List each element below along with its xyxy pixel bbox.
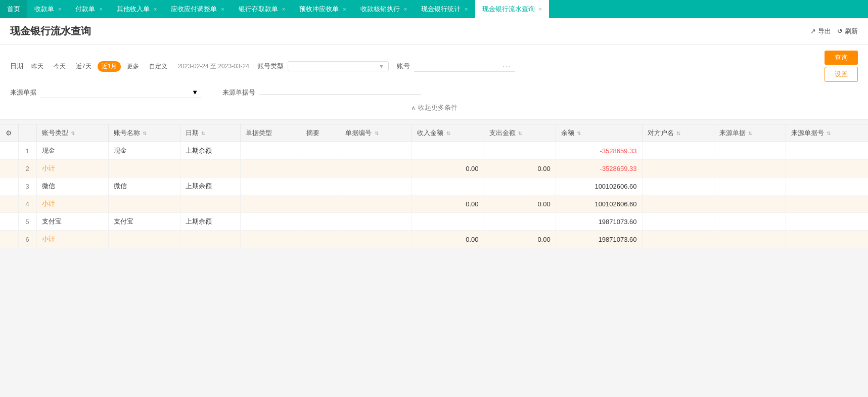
th-source-doc-label: 来源单据 <box>719 129 746 137</box>
th-source-doc-no-label: 来源单据号 <box>791 129 824 137</box>
source-doc-label: 来源单据 <box>10 88 36 97</box>
table-row[interactable]: 1现金现金上期余额-3528659.33 <box>0 142 868 160</box>
source-doc-select[interactable]: ▼ <box>40 87 202 98</box>
nav-cash-bank-flow[interactable]: 现金银行流水查询 × <box>475 0 549 18</box>
date-pill-more[interactable]: 更多 <box>123 61 143 72</box>
th-date[interactable]: 日期 ⇅ <box>180 124 241 142</box>
date-range: 2023-02-24 至 2023-03-24 <box>177 62 249 71</box>
nav-receivable-adjust[interactable]: 应收应付调整单 × <box>164 0 231 18</box>
sort-counterparty-icon[interactable]: ⇅ <box>676 130 680 136</box>
sort-balance-icon[interactable]: ⇅ <box>577 130 581 136</box>
settings-button[interactable]: 设置 <box>825 67 858 82</box>
close-other-income-icon[interactable]: × <box>154 0 157 18</box>
th-counterparty[interactable]: 对方户名 ⇅ <box>642 124 714 142</box>
th-settings[interactable]: ⚙ <box>0 124 18 142</box>
data-table: ⚙ 账号类型 ⇅ 账号名称 ⇅ 日期 ⇅ 单据类型 <box>0 124 868 248</box>
export-icon: ↗ <box>810 27 816 35</box>
page-title: 现金银行流水查询 <box>10 24 91 38</box>
date-label: 日期 <box>10 62 23 71</box>
collapse-bar[interactable]: ∧ 收起更多条件 <box>10 100 858 115</box>
sort-source-doc-no-icon[interactable]: ⇅ <box>827 130 831 136</box>
page-header: 现金银行流水查询 ↗ 导出 ↺ 刷新 <box>0 18 868 45</box>
account-group: 账号 ··· <box>397 61 515 72</box>
th-counterparty-label: 对方户名 <box>648 129 674 137</box>
filter-row-1: 日期 昨天 今天 近7天 近1月 更多 自定义 2023-02-24 至 202… <box>10 51 858 82</box>
th-summary: 摘要 <box>301 124 340 142</box>
sort-expense-icon[interactable]: ⇅ <box>518 130 522 136</box>
date-pill-custom[interactable]: 自定义 <box>145 61 171 72</box>
table-row[interactable]: 6小计0.000.0019871073.60 <box>0 231 868 248</box>
th-doc-type: 单据类型 <box>241 124 301 142</box>
th-account-name[interactable]: 账号名称 ⇅ <box>108 124 180 142</box>
th-income-label: 收入金额 <box>417 129 443 137</box>
query-button[interactable]: 查询 <box>825 51 858 65</box>
th-expense-label: 支出金额 <box>489 129 516 137</box>
th-income-amount[interactable]: 收入金额 ⇅ <box>412 124 484 142</box>
sort-income-icon[interactable]: ⇅ <box>446 130 450 136</box>
source-doc-no-label: 来源单据号 <box>222 88 255 97</box>
refresh-icon: ↺ <box>837 27 843 35</box>
th-balance[interactable]: 余额 ⇅ <box>556 124 642 142</box>
nav-advance-offset[interactable]: 预收冲应收单 × <box>292 0 353 18</box>
filter-row-2: 来源单据 ▼ 来源单据号 <box>10 87 858 98</box>
nav-cash-bank-stat[interactable]: 现金银行统计 × <box>414 0 475 18</box>
collapse-label: 收起更多条件 <box>418 103 458 112</box>
date-filter-group: 日期 昨天 今天 近7天 近1月 更多 自定义 2023-02-24 至 202… <box>10 61 249 72</box>
source-doc-no-input[interactable] <box>259 91 421 95</box>
close-collection-exec-icon[interactable]: × <box>404 0 407 18</box>
th-account-name-label: 账号名称 <box>114 129 140 137</box>
th-date-label: 日期 <box>186 129 199 137</box>
th-doc-no[interactable]: 单据编号 ⇅ <box>340 124 412 142</box>
table-row[interactable]: 5支付宝支付宝上期余额19871073.60 <box>0 213 868 231</box>
close-cash-bank-stat-icon[interactable]: × <box>465 0 468 18</box>
export-button[interactable]: ↗ 导出 <box>810 27 831 36</box>
chevron-down-icon: ▼ <box>379 63 384 69</box>
account-input[interactable]: ··· <box>414 61 515 72</box>
sort-account-type-icon[interactable]: ⇅ <box>71 130 75 136</box>
table-row[interactable]: 4小计0.000.00100102606.60 <box>0 195 868 213</box>
nav-home[interactable]: 首页 <box>0 0 27 18</box>
th-source-doc[interactable]: 来源单据 ⇅ <box>714 124 786 142</box>
nav-collection-exec[interactable]: 收款核销执行 × <box>353 0 414 18</box>
nav-payment[interactable]: 付款单 × <box>68 0 109 18</box>
header-actions: ↗ 导出 ↺ 刷新 <box>810 27 858 36</box>
close-advance-offset-icon[interactable]: × <box>343 0 346 18</box>
date-pills: 昨天 今天 近7天 近1月 更多 自定义 <box>27 61 171 72</box>
nav-bank-deposit[interactable]: 银行存取款单 × <box>232 0 292 18</box>
sort-account-name-icon[interactable]: ⇅ <box>143 130 147 136</box>
action-buttons: 查询 设置 <box>825 51 858 82</box>
collapse-icon: ∧ <box>411 104 416 112</box>
close-bank-deposit-icon[interactable]: × <box>282 0 285 18</box>
sort-doc-no-icon[interactable]: ⇅ <box>375 130 379 136</box>
date-pill-7days[interactable]: 近7天 <box>72 61 96 72</box>
source-doc-group: 来源单据 ▼ <box>10 87 202 98</box>
top-navigation: 首页 收款单 × 付款单 × 其他收入单 × 应收应付调整单 × 银行存取款单 … <box>0 0 868 18</box>
table-row[interactable]: 3微信微信上期余额100102606.60 <box>0 178 868 195</box>
th-source-doc-no[interactable]: 来源单据号 ⇅ <box>786 124 868 142</box>
date-pill-yesterday[interactable]: 昨天 <box>27 61 48 72</box>
th-account-type[interactable]: 账号类型 ⇅ <box>36 124 108 142</box>
nav-other-income[interactable]: 其他收入单 × <box>110 0 164 18</box>
close-cash-bank-flow-icon[interactable]: × <box>539 0 542 18</box>
settings-gear-icon[interactable]: ⚙ <box>6 129 12 137</box>
account-type-group: 账号类型 ▼ <box>257 61 389 71</box>
close-receipt-icon[interactable]: × <box>58 0 61 18</box>
close-receivable-adjust-icon[interactable]: × <box>221 0 224 18</box>
close-payment-icon[interactable]: × <box>99 0 102 18</box>
nav-receipt[interactable]: 收款单 × <box>27 0 68 18</box>
source-doc-chevron-icon: ▼ <box>192 89 198 96</box>
date-pill-today[interactable]: 今天 <box>50 61 70 72</box>
sort-date-icon[interactable]: ⇅ <box>201 130 205 136</box>
sort-source-doc-icon[interactable]: ⇅ <box>748 130 752 136</box>
th-expense-amount[interactable]: 支出金额 ⇅ <box>484 124 556 142</box>
table-row[interactable]: 2小计0.000.00-3528659.33 <box>0 160 868 178</box>
source-doc-no-group: 来源单据号 <box>222 88 421 97</box>
account-type-select[interactable]: ▼ <box>288 61 389 71</box>
date-pill-1month[interactable]: 近1月 <box>98 61 121 72</box>
th-doc-type-label: 单据类型 <box>246 129 272 137</box>
th-account-type-label: 账号类型 <box>42 129 68 137</box>
filter-area: 日期 昨天 今天 近7天 近1月 更多 自定义 2023-02-24 至 202… <box>0 45 868 120</box>
more-icon[interactable]: ··· <box>502 62 511 70</box>
th-summary-label: 摘要 <box>306 129 319 137</box>
refresh-button[interactable]: ↺ 刷新 <box>837 27 858 36</box>
